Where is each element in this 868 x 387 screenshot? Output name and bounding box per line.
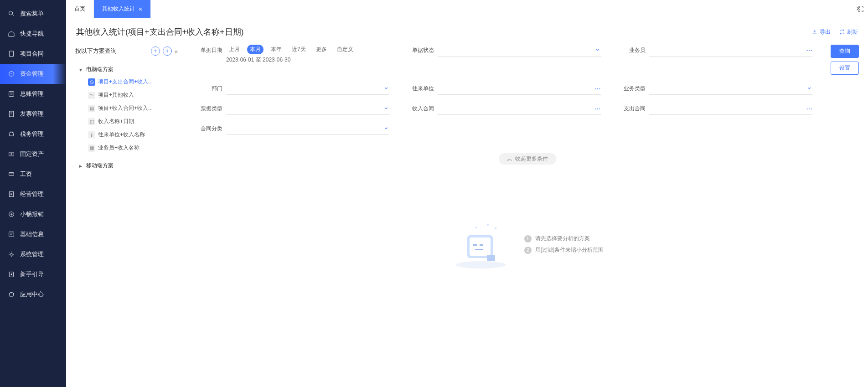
svg-rect-13	[9, 293, 13, 296]
sidebar-item-business-mgmt[interactable]: 经营管理	[0, 184, 66, 204]
date-tab-custom[interactable]: 自定义	[334, 45, 356, 54]
collapse-tree-button[interactable]: «	[175, 48, 178, 55]
svg-rect-5	[9, 152, 14, 156]
query-button[interactable]: 查询	[831, 45, 859, 58]
tree-item-scheme-1[interactable]: 〜项目+其他收入	[75, 88, 178, 102]
svg-rect-1	[9, 51, 13, 57]
placeholder-step-2: 2用[过滤]条件来缩小分析范围	[524, 246, 604, 254]
search-icon	[7, 10, 16, 18]
sidebar-item-system[interactable]: 系统管理	[0, 244, 66, 264]
content-area: 按以下方案查询 + « ▾电脑端方案 ◷项目+支出合同+收入... 〜项目+其他…	[66, 43, 868, 387]
sidebar-item-quicknav[interactable]: 快捷导航	[0, 24, 66, 44]
partner-select[interactable]: ···	[438, 83, 601, 95]
fullscreen-icon[interactable]	[857, 5, 864, 14]
invoice-icon	[7, 110, 16, 118]
sidebar-item-fund-management[interactable]: 资金管理	[0, 64, 66, 84]
date-tab-lastmonth[interactable]: 上月	[226, 45, 243, 54]
filter-form: 单据日期 上月 本月 本年 近7天 更多 自定义 2023-06-01 至 20…	[178, 43, 859, 387]
svg-rect-18	[473, 244, 477, 246]
tree-item-scheme-2[interactable]: ▤项目+收入合同+收入...	[75, 102, 178, 115]
income-contract-select[interactable]: ···	[438, 103, 601, 115]
svg-point-15	[456, 261, 506, 268]
sidebar-item-tax[interactable]: 税务管理	[0, 124, 66, 144]
date-tab-more[interactable]: 更多	[313, 45, 330, 54]
svg-point-22	[475, 227, 477, 228]
salesperson-select[interactable]: ···	[649, 45, 812, 57]
salary-icon	[7, 170, 16, 178]
contract-class-select[interactable]	[226, 123, 389, 135]
sidebar-item-search[interactable]: 搜索菜单	[0, 4, 66, 24]
add-scheme-button[interactable]: +	[151, 46, 160, 56]
info-icon	[7, 230, 16, 238]
chart-icon: ▦	[88, 144, 95, 152]
home-icon	[7, 30, 16, 38]
tickettype-select[interactable]	[226, 103, 389, 115]
chevron-down-icon	[383, 125, 389, 133]
sidebar-item-salary[interactable]: 工资	[0, 164, 66, 184]
date-tab-last7days[interactable]: 近7天	[289, 45, 309, 54]
sidebar-item-fixed-asset[interactable]: 固定资产	[0, 144, 66, 164]
filter-contract-class: 合同分类	[196, 123, 389, 135]
svg-point-0	[9, 11, 13, 15]
filter-salesperson: 业务员 ···	[619, 45, 812, 57]
more-icon: ···	[595, 106, 601, 112]
tab-other-income-stats[interactable]: 其他收入统计×	[94, 0, 151, 18]
close-icon[interactable]: ×	[139, 5, 142, 13]
svg-point-6	[11, 154, 12, 155]
svg-rect-17	[470, 237, 491, 256]
sidebar: 搜索菜单 快捷导航 项目合同 资金管理 总账管理 发票管理 税务管理 固定资产 …	[0, 0, 66, 387]
filter-date: 单据日期 上月 本月 本年 近7天 更多 自定义 2023-06-01 至 20…	[196, 45, 389, 64]
sidebar-item-general-ledger[interactable]: 总账管理	[0, 84, 66, 104]
sidebar-item-project-contract[interactable]: 项目合同	[0, 44, 66, 64]
status-select[interactable]	[438, 45, 601, 57]
export-button[interactable]: 导出	[811, 28, 831, 36]
expense-contract-select[interactable]: ···	[649, 103, 812, 115]
refresh-button[interactable]: 刷新	[839, 28, 858, 36]
svg-rect-20	[475, 249, 483, 250]
filter-status: 单据状态	[408, 45, 601, 57]
appcenter-icon	[7, 290, 16, 299]
svg-rect-7	[9, 173, 14, 176]
chart-icon: ⫿	[88, 131, 95, 139]
sidebar-item-invoice[interactable]: 发票管理	[0, 104, 66, 124]
dept-select[interactable]	[226, 83, 389, 95]
sidebar-item-appcenter[interactable]: 应用中心	[0, 284, 66, 304]
scheme-tree-panel: 按以下方案查询 + « ▾电脑端方案 ◷项目+支出合同+收入... 〜项目+其他…	[75, 43, 178, 387]
tree-item-scheme-3[interactable]: ◫收入名称+日期	[75, 115, 178, 128]
tree-group-mobile[interactable]: ▸移动端方案	[75, 160, 178, 171]
tab-home[interactable]: 首页	[66, 0, 94, 18]
chart-icon: ◫	[88, 118, 95, 125]
filter-income-contract: 收入合同 ···	[408, 103, 601, 115]
page-header: 其他收入统计(项目+支出合同+收入名称+日期) 导出 刷新	[66, 18, 868, 43]
svg-rect-3	[9, 92, 14, 97]
collapse-filters-button[interactable]: ︽收起更多条件	[499, 153, 556, 165]
tree-item-scheme-4[interactable]: ⫿往来单位+收入名称	[75, 128, 178, 141]
chevron-down-icon	[383, 105, 389, 113]
more-icon: ···	[806, 106, 812, 112]
placeholder-step-1: 1请先选择要分析的方案	[524, 235, 604, 243]
filter-expense-contract: 支出合同 ···	[619, 103, 812, 115]
tree-group-desktop[interactable]: ▾电脑端方案	[75, 64, 178, 75]
chart-icon: ▤	[88, 105, 95, 112]
asset-icon	[7, 150, 16, 158]
tree-item-scheme-0[interactable]: ◷项目+支出合同+收入...	[75, 75, 178, 88]
svg-point-23	[487, 224, 489, 226]
sidebar-item-guide[interactable]: 新手引导	[0, 264, 66, 284]
page-title: 其他收入统计(项目+支出合同+收入名称+日期)	[76, 26, 244, 37]
sidebar-item-expense[interactable]: 小畅报销	[0, 204, 66, 224]
tree-item-scheme-5[interactable]: ▦业务员+收入名称	[75, 141, 178, 155]
filter-biztype: 业务类型	[619, 83, 812, 95]
chevron-down-icon	[594, 46, 601, 54]
date-tab-thismonth[interactable]: 本月	[247, 45, 264, 54]
guide-icon	[7, 270, 16, 279]
scheme-settings-button[interactable]	[163, 46, 172, 56]
wallet-icon	[7, 70, 16, 78]
filter-partner: 往来单位 ···	[408, 83, 601, 95]
biztype-select[interactable]	[649, 83, 812, 95]
sidebar-item-base-info[interactable]: 基础信息	[0, 224, 66, 244]
chevron-right-icon: ▸	[78, 163, 83, 169]
date-tab-thisyear[interactable]: 本年	[268, 45, 284, 54]
chevron-down-icon: ▾	[78, 67, 83, 73]
settings-button[interactable]: 设置	[831, 62, 859, 75]
svg-point-14	[167, 51, 168, 52]
